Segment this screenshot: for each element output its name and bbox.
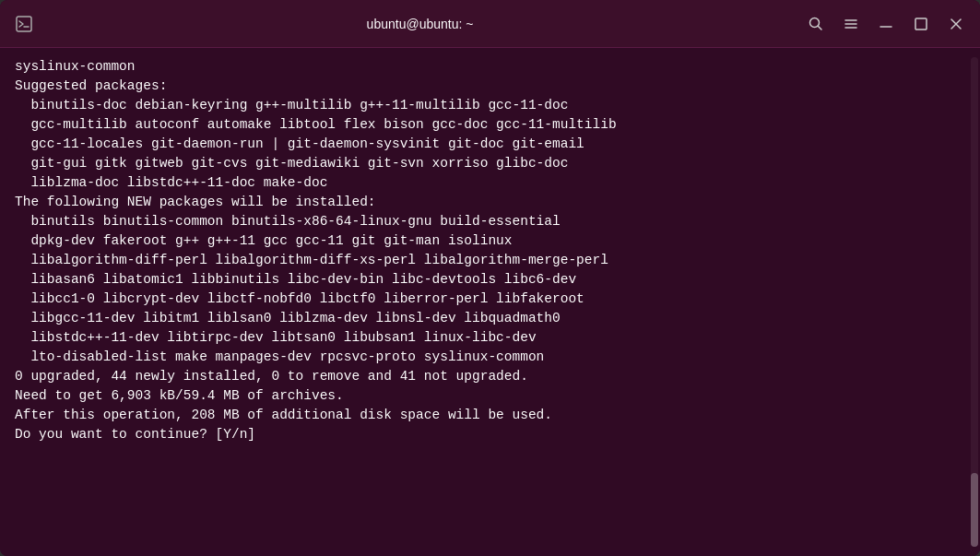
close-button[interactable] [939, 7, 973, 41]
maximize-button[interactable] [904, 7, 938, 41]
terminal-window: ubuntu@ubuntu: ~ [0, 0, 980, 556]
close-icon [948, 16, 964, 32]
terminal-text: syslinux-common Suggested packages: binu… [15, 57, 965, 444]
minimize-icon [878, 16, 894, 32]
svg-line-3 [819, 26, 822, 30]
terminal-output[interactable]: syslinux-common Suggested packages: binu… [0, 48, 980, 556]
search-icon [808, 16, 824, 32]
menu-button[interactable] [834, 7, 868, 41]
app-icon-button[interactable] [7, 7, 41, 41]
scrollbar-thumb[interactable] [971, 473, 978, 547]
window-title: ubuntu@ubuntu: ~ [41, 17, 799, 31]
svg-rect-0 [17, 17, 31, 31]
scrollbar[interactable] [971, 57, 978, 547]
maximize-icon [913, 16, 929, 32]
terminal-icon [15, 15, 33, 33]
titlebar-controls [799, 7, 973, 41]
minimize-button[interactable] [869, 7, 903, 41]
titlebar-left [7, 7, 41, 41]
hamburger-icon [843, 16, 859, 32]
search-button[interactable] [799, 7, 832, 41]
svg-rect-8 [915, 18, 927, 30]
titlebar: ubuntu@ubuntu: ~ [0, 0, 980, 48]
